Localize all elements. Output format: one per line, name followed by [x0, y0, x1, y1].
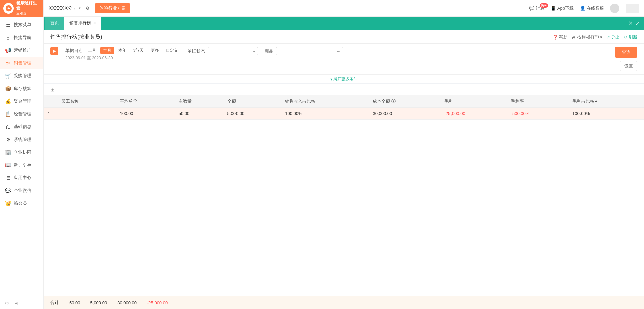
sidebar-item-guide[interactable]: 📖 新手引导 [0, 159, 43, 171]
settings-button[interactable]: 设置 [620, 61, 637, 71]
message-btn[interactable]: 💬 消息 99+ [529, 5, 545, 11]
export-icon: ↗ [606, 35, 610, 40]
sidebar: 畅康通好生意 标准版 ☰ 搜索菜单 ⌂ 快捷导航 📢 营销推广 🛍 销售管理 🛒… [0, 0, 44, 309]
sidebar-item-system[interactable]: ⚙ 系统管理 [0, 133, 43, 146]
sidebar-item-label: 库存核算 [14, 86, 31, 92]
app-download-btn[interactable]: 📱 App下载 [551, 5, 574, 11]
sidebar-item-inventory[interactable]: 📦 库存核算 [0, 82, 43, 95]
right-actions: 查询 设置 [615, 47, 637, 71]
cell-qty: 50.00 [175, 108, 223, 120]
date-option-current[interactable]: 本月 [100, 47, 114, 54]
user-name-area[interactable] [626, 4, 639, 13]
date-option-prev[interactable]: 上月 [85, 47, 99, 54]
sidebar-item-label: 畅会员 [14, 200, 27, 206]
sidebar-item-purchase[interactable]: 🛒 采购管理 [0, 69, 43, 82]
col-name: 员工名称 [57, 95, 116, 108]
sidebar-item-enterprise[interactable]: 🏢 企业协同 [0, 146, 43, 159]
date-option-year[interactable]: 本年 [116, 47, 129, 54]
sidebar-item-app-center[interactable]: 🖥 应用中心 [0, 171, 43, 184]
company-name: XXXXXX公司 [49, 5, 77, 11]
date-option-more[interactable]: 更多 [148, 47, 162, 54]
cell-rank: 1 [44, 108, 57, 120]
tab-home[interactable]: 首页 [45, 17, 64, 30]
query-button[interactable]: 查询 [615, 47, 637, 58]
cell-name [57, 108, 116, 120]
sidebar-item-basic-info[interactable]: 🗂 基础信息 [0, 120, 43, 133]
sidebar-item-label: 快捷导航 [14, 35, 31, 41]
sidebar-item-label: 应用中心 [14, 175, 31, 181]
inventory-icon: 📦 [5, 86, 11, 92]
sidebar-item-label: 搜索菜单 [14, 22, 31, 28]
filter-section: ▶ 单据日期 上月 本月 本年 近7天 更多 自定义 [44, 44, 644, 74]
sidebar-item-marketing[interactable]: 📢 营销推广 [0, 44, 43, 57]
filter-expand-arrow[interactable]: ▶ [50, 47, 58, 55]
table-row[interactable]: 1 100.00 50.00 5,000.00 100.00% 30,000.0… [44, 108, 644, 120]
sidebar-item-quick-nav[interactable]: ⌂ 快捷导航 [0, 31, 43, 44]
mobile-icon: 📱 [551, 6, 556, 11]
app-label: App下载 [557, 5, 574, 11]
goods-input[interactable] [279, 49, 336, 54]
tab-restore-icon[interactable]: ⤢ [635, 20, 640, 27]
topbar: XXXXXX公司 ▾ ⚙ 体验行业方案 💬 消息 99+ 📱 App下载 👤 在… [44, 0, 644, 17]
home-icon: ⌂ [5, 35, 11, 41]
sidebar-item-label: 系统管理 [14, 137, 31, 143]
topbar-settings-icon[interactable]: ⚙ [86, 6, 90, 11]
sidebar-item-finance[interactable]: 💰 资金管理 [0, 95, 43, 108]
expand-down-icon: ▾ [330, 77, 332, 82]
cell-sales-ratio: 100.00% [281, 108, 369, 120]
tab-sales-rank[interactable]: 销售排行榜 ✕ [64, 17, 101, 30]
sidebar-item-search-order[interactable]: ☰ 搜索菜单 [0, 18, 43, 31]
refresh-btn[interactable]: ↺ 刷新 [624, 34, 637, 40]
table-wrapper: 员工名称 平均单价 主数量 全额 销售收入占比% 成本全额 ⓘ 毛利 毛利率 毛… [44, 95, 644, 296]
col-avg-price: 平均单价 [116, 95, 175, 108]
system-icon: ⚙ [5, 137, 11, 143]
sidebar-item-operation[interactable]: 📋 经营管理 [0, 108, 43, 120]
goods-more-icon[interactable]: ··· [337, 49, 340, 54]
message-icon: 💬 [529, 6, 534, 11]
sidebar-collapse-icon[interactable]: ◄ [14, 301, 18, 306]
column-settings-icon[interactable]: ⊞ [50, 86, 55, 93]
sidebar-logo: 畅康通好生意 标准版 [0, 0, 43, 17]
cell-avg-price: 100.00 [116, 108, 175, 120]
export-btn[interactable]: ↗ 导出 [606, 34, 620, 40]
help-btn[interactable]: ❓ 帮助 [553, 34, 568, 40]
company-selector[interactable]: XXXXXX公司 ▾ [49, 5, 81, 11]
sidebar-item-wechat[interactable]: 💬 企业微信 [0, 184, 43, 197]
cell-amount: 5,000.00 [223, 108, 281, 120]
sidebar-item-member[interactable]: 👑 畅会员 [0, 197, 43, 210]
message-badge: 99+ [540, 3, 548, 8]
footer-amount-value: 5,000.00 [90, 300, 108, 305]
guide-icon: 📖 [5, 162, 11, 168]
marketing-icon: 📢 [5, 47, 11, 53]
basic-info-icon: 🗂 [5, 124, 11, 130]
status-label: 单据状态 [187, 48, 205, 54]
wechat-icon: 💬 [5, 188, 11, 194]
goods-filter-group: 商品 ··· [265, 47, 343, 55]
template-print-btn[interactable]: 🖨 按模板打印 ▾ [572, 34, 602, 40]
sidebar-item-label: 采购管理 [14, 73, 31, 79]
sidebar-settings-icon[interactable]: ⚙ [5, 301, 9, 306]
page-actions: ❓ 帮助 🖨 按模板打印 ▾ ↗ 导出 ↺ 刷新 [553, 34, 637, 40]
table-toolbar: ⊞ [44, 84, 644, 95]
date-option-custom[interactable]: 自定义 [163, 47, 181, 54]
table-header-row: 员工名称 平均单价 主数量 全额 销售收入占比% 成本全额 ⓘ 毛利 毛利率 毛… [44, 95, 644, 108]
tab-close-all-icon[interactable]: ✕ [628, 20, 633, 27]
online-service-btn[interactable]: 👤 在线客服 [580, 5, 604, 11]
member-icon: 👑 [5, 200, 11, 206]
status-select[interactable] [208, 47, 258, 55]
sales-icon: 🛍 [5, 60, 11, 66]
user-avatar[interactable] [610, 4, 619, 13]
tab-close-icon[interactable]: ✕ [93, 21, 96, 25]
sidebar-item-sales[interactable]: 🛍 销售管理 [0, 57, 43, 69]
company-dropdown-icon: ▾ [79, 6, 81, 10]
logo-icon [3, 3, 14, 14]
sidebar-item-label: 经营管理 [14, 111, 31, 117]
expand-more-btn[interactable]: ▾ 展开更多条件 [330, 76, 357, 82]
date-option-week[interactable]: 近7天 [131, 47, 146, 54]
status-filter-group: 单据状态 [187, 47, 258, 55]
trial-btn[interactable]: 体验行业方案 [95, 3, 130, 13]
cell-gross: -25,000.00 [440, 108, 507, 120]
finance-icon: 💰 [5, 98, 11, 104]
sidebar-item-label: 资金管理 [14, 98, 31, 104]
page-title-row: 销售排行榜(按业务员) ❓ 帮助 🖨 按模板打印 ▾ ↗ 导出 [50, 34, 637, 43]
